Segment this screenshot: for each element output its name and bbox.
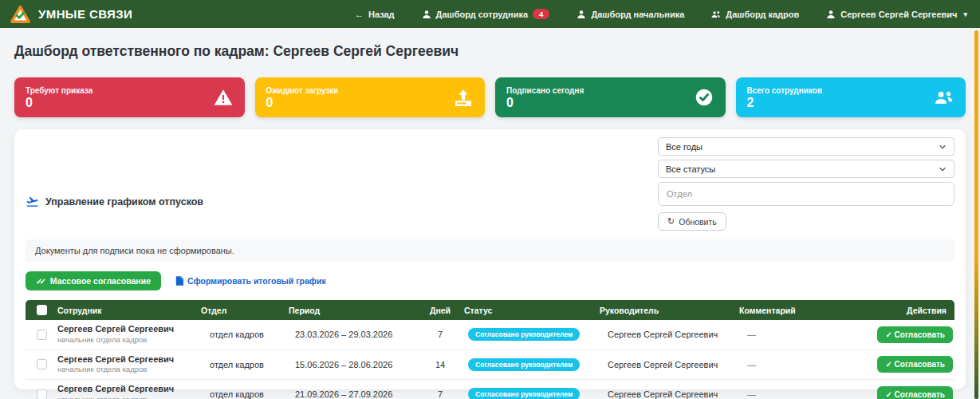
refresh-icon: ↻ (667, 216, 675, 227)
employee-position: начальник отдела кадров (57, 395, 201, 399)
page-scrollbar[interactable] (974, 30, 978, 399)
col-header-comment: Комментарий (739, 306, 851, 315)
check-circle-icon (694, 87, 714, 108)
filters: Все годы Все статусы ↻ Обновить (658, 137, 954, 231)
stat-cards: Требуют приказа 0 Ожидают загрузки 0 Под… (14, 77, 966, 117)
brand[interactable]: УМНЫЕ СВЯЗИ (10, 5, 132, 24)
employee-position: начальник отдела кадров (57, 365, 201, 374)
nav-back-label: Назад (368, 10, 395, 19)
status-badge: Согласовано руководителем (468, 358, 580, 371)
employee-notification-badge: 4 (533, 9, 549, 20)
period-cell: 23.03.2026 – 29.03.2026 (289, 330, 416, 339)
section-title: Управление графиком отпусков (26, 172, 203, 231)
status-filter-select[interactable]: Все статусы (658, 160, 954, 178)
status-badge: Согласовано руководителем (468, 328, 580, 341)
select-all-checkbox[interactable] (37, 305, 47, 315)
stat-label: Всего сотрудников (747, 86, 823, 95)
employee-name: Сергеев Сергей Сергеевич (57, 354, 201, 365)
approve-button[interactable]: ✓ Согласовать (877, 326, 953, 343)
stat-label: Требуют приказа (26, 86, 92, 95)
department-filter-input[interactable] (658, 182, 954, 206)
col-header-period: Период (289, 306, 416, 315)
col-header-actions: Действия (851, 306, 954, 315)
department-cell: отдел кадров (201, 330, 289, 339)
stat-card-total-employees: Всего сотрудников 2 (736, 77, 966, 117)
col-header-department: Отдел (201, 306, 289, 315)
chevron-down-icon (939, 165, 947, 173)
employee-name: Сергеев Сергей Сергеевич (57, 324, 201, 335)
chevron-down-icon (939, 143, 947, 151)
col-header-manager: Руководитель (600, 306, 739, 315)
department-cell: отдел кадров (201, 389, 289, 399)
vacation-table: Сотрудник Отдел Период Дней Статус Руков… (26, 300, 954, 399)
refresh-button[interactable]: ↻ Обновить (658, 212, 726, 231)
nav-manager-label: Дашборд начальника (591, 10, 684, 19)
period-cell: 21.09.2026 – 27.09.2026 (289, 389, 416, 399)
days-cell: 7 (416, 330, 464, 339)
table-row: Сергеев Сергей Сергеевич начальник отдел… (26, 380, 954, 399)
actions-row: ✓✓ Массовое согласование Сформировать ит… (26, 271, 954, 290)
nav-employee-dashboard[interactable]: Дашборд сотрудника 4 (422, 9, 550, 20)
stat-value: 2 (747, 97, 823, 109)
final-schedule-button[interactable]: Сформировать итоговый график (175, 276, 326, 286)
manager-cell: Сергеев Сергей Сергеевич (600, 360, 739, 369)
col-header-employee: Сотрудник (57, 306, 201, 315)
nav-employee-label: Дашборд сотрудника (436, 10, 529, 19)
days-cell: 14 (416, 360, 464, 369)
days-cell: 7 (416, 389, 464, 399)
flight-takeoff-icon (26, 195, 39, 208)
stat-value: 0 (506, 97, 584, 109)
stat-label: Подписано сегодня (506, 86, 584, 95)
nav-hr-label: Дашборд кадров (726, 10, 799, 19)
nav-manager-dashboard[interactable]: Дашборд начальника (577, 10, 684, 19)
double-check-icon: ✓✓ (36, 277, 45, 286)
file-icon (175, 276, 183, 286)
row-checkbox[interactable] (37, 389, 47, 399)
table-row: Сергеев Сергей Сергеевич начальник отдел… (26, 320, 954, 350)
stat-value: 0 (266, 97, 339, 109)
stat-value: 0 (26, 97, 92, 109)
employee-name: Сергеев Сергей Сергеевич (57, 384, 201, 395)
department-cell: отдел кадров (201, 360, 289, 369)
brand-name: УМНЫЕ СВЯЗИ (38, 7, 132, 21)
page-title: Дашборд ответственного по кадрам: Сергее… (14, 43, 966, 60)
approve-button[interactable]: ✓ Согласовать (877, 356, 953, 373)
vacation-panel: Управление графиком отпусков Все годы Вс… (14, 129, 966, 389)
navbar: УМНЫЕ СВЯЗИ ← Назад Дашборд сотрудника 4… (0, 0, 980, 28)
bulk-approve-label: Массовое согласование (50, 276, 151, 286)
brand-logo-icon (10, 5, 31, 24)
upload-icon (453, 87, 474, 108)
comment-cell: — (739, 330, 851, 339)
nav-hr-dashboard[interactable]: Дашборд кадров (711, 10, 799, 19)
status-filter-value: Все статусы (666, 164, 715, 174)
row-checkbox[interactable] (37, 330, 47, 340)
status-badge: Согласовано руководителем (468, 388, 580, 399)
navbar-links: ← Назад Дашборд сотрудника 4 Дашборд нач… (355, 9, 967, 20)
comment-cell: — (739, 360, 851, 369)
person-icon (826, 10, 836, 19)
period-cell: 15.06.2026 – 28.06.2026 (289, 360, 416, 369)
stat-card-signed-today: Подписано сегодня 0 (495, 77, 726, 117)
col-header-status: Статус (464, 306, 600, 315)
person-icon (577, 10, 586, 19)
refresh-label: Обновить (679, 217, 717, 227)
year-filter-value: Все годы (666, 142, 703, 152)
approve-button[interactable]: ✓ Согласовать (877, 386, 953, 399)
nav-back[interactable]: ← Назад (355, 10, 395, 19)
employee-position: начальник отдела кадров (57, 335, 201, 345)
year-filter-select[interactable]: Все годы (658, 137, 954, 156)
comment-cell: — (739, 389, 851, 399)
manager-cell: Сергеев Сергей Сергеевич (600, 330, 739, 339)
table-row: Сергеев Сергей Сергеевич начальник отдел… (26, 350, 954, 381)
stat-card-awaiting-upload: Ожидают загрузки 0 (255, 77, 486, 117)
notice-banner: Документы для подписи пока не сформирова… (26, 239, 954, 262)
bulk-approve-button[interactable]: ✓✓ Массовое согласование (26, 271, 161, 290)
person-icon (422, 10, 431, 19)
user-menu[interactable]: Сергеев Сергей Сергеевич ▾ (826, 10, 967, 19)
stat-card-orders-required: Требуют приказа 0 (14, 77, 245, 117)
people-group-icon (934, 87, 954, 108)
manager-cell: Сергеев Сергей Сергеевич (600, 389, 739, 399)
section-title-text: Управление графиком отпусков (45, 196, 203, 207)
user-menu-label: Сергеев Сергей Сергеевич (840, 10, 957, 19)
row-checkbox[interactable] (37, 359, 47, 369)
